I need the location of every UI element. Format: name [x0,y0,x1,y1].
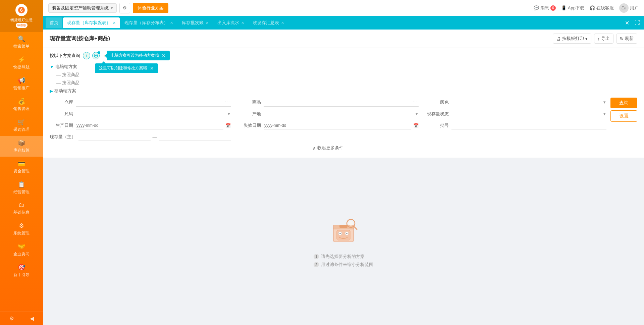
online-service-label: 在线客服 [596,5,614,11]
sidebar-item-system[interactable]: ⚙ 系统管理 [0,219,43,239]
calendar-icon[interactable]: 📅 [225,123,231,128]
system-selector[interactable]: 装备及固定资产辅助管理系统 ▾ [48,3,117,13]
sidebar-item-search[interactable]: 🔍 搜索菜单 [0,32,43,53]
product-filter-row: 商品 ··· [237,98,419,107]
notification-label: 消息 [540,5,549,11]
tab-close-icon[interactable]: ✕ [113,21,116,25]
close-all-tabs-button[interactable]: ✕ [624,18,631,28]
size-select[interactable]: ▾ [76,110,231,118]
production-date-filter-row: 生产日期 📅 [50,121,231,129]
color-select[interactable]: ▾ [451,98,606,106]
user-menu-button[interactable]: Ea 用户 [619,3,639,13]
sidebar-item-sales[interactable]: 💰 销售管理 [0,94,43,115]
main-content: 装备及固定资产辅助管理系统 ▾ ⚙ 体验行业方案 💬 消息 6 📱 App下载 … [43,0,644,325]
refresh-label: 刷新 [625,36,634,42]
sidebar-item-quick-nav[interactable]: ⚡ 快捷导航 [0,53,43,73]
origin-filter-row: 产地 ▾ [237,110,419,118]
tab-home[interactable]: 首页 [46,17,62,28]
filter-buttons: 查询 设置 [610,98,637,154]
refresh-button[interactable]: ↻ 刷新 [616,34,637,44]
tab-close-icon[interactable]: ✕ [206,21,209,25]
settings-gear-button[interactable]: ⚙ [119,3,130,13]
edit-scheme-button[interactable] [92,52,100,59]
online-service-button[interactable]: 🎧 在线客服 [590,5,614,11]
calendar-icon[interactable]: 📅 [413,123,419,128]
tab-receive-summary-label: 收发存汇总表 [253,20,279,26]
sidebar-item-finance[interactable]: 💳 资金管理 [0,157,43,177]
tab-inventory-status[interactable]: 现存量（库存状况表） ✕ [63,17,120,28]
color-filter-row: 颜色 ▾ [425,98,606,107]
mobile-scheme-label[interactable]: 移动端方案 [54,88,76,94]
notification-count: 6 [550,5,556,11]
settings-button[interactable]: ⚙ [9,315,14,322]
inventory-main-label: 现存量（主） [50,134,76,140]
tab-in-out-flow[interactable]: 出入库流水 ✕ [213,17,248,28]
scheme-item-text: 按照商品 [62,72,79,78]
pc-scheme-label[interactable]: 电脑端方案 [55,64,77,70]
collapse-more-button[interactable]: ∧ 收起更多条件 [50,142,606,154]
notification-button[interactable]: 💬 消息 6 [534,5,556,11]
list-item[interactable]: — 按照商品 [56,79,637,87]
search-icon: 🔍 [18,35,25,43]
sidebar-item-basic[interactable]: 🗂 基础信息 [0,198,43,219]
dots-icon: ··· [413,99,418,105]
filter-label: 按以下方案查询 [50,53,80,59]
tab-close-icon[interactable]: ✕ [170,21,173,25]
hint-text-1: 请先选择要分析的方案 [321,254,365,260]
origin-label: 产地 [237,111,261,117]
scheme-tooltip-close[interactable]: ✕ [162,53,166,58]
origin-select[interactable]: ▾ [264,110,419,118]
inventory-main-range: — [78,133,231,141]
industry-solution-button[interactable]: 体验行业方案 [133,3,168,13]
header-actions: 💬 消息 6 📱 App下载 🎧 在线客服 Ea 用户 [534,3,639,13]
export-icon: ↑ [598,36,600,41]
avatar-text: Ea [622,6,627,10]
chevron-down-icon: ▾ [416,111,418,116]
tab-inventory-dist[interactable]: 现存量（库存分布表） ✕ [120,17,177,28]
product-label: 商品 [237,99,261,105]
sidebar-item-enterprise[interactable]: 🤝 企业协同 [0,239,43,260]
tab-in-out-flow-label: 出入库流水 [217,20,239,26]
warehouse-select[interactable]: ··· [76,98,231,107]
product-select[interactable]: ··· [264,98,419,107]
tab-batch-account[interactable]: 库存批次账 ✕ [178,17,213,28]
maximize-button[interactable]: ⛶ [633,18,641,27]
sidebar: 6 畅捷通好生意 标准版 🔍 搜索菜单 ⚡ 快捷导航 📢 营销推广 💰 销售管理… [0,0,43,325]
sidebar-item-label: 基础信息 [13,210,30,215]
app-download-button[interactable]: 📱 App下载 [561,5,584,11]
edit-tooltip-close[interactable]: ✕ [150,66,154,71]
query-button[interactable]: 查询 [610,98,637,108]
template-print-button[interactable]: 🖨 按模板打印 ▾ [553,34,591,44]
tab-inventory-dist-label: 现存量（库存分布表） [124,20,168,26]
chevron-down-icon: ▾ [111,5,113,10]
tab-receive-summary[interactable]: 收发存汇总表 ✕ [249,17,288,28]
purchase-icon: 🛒 [18,118,25,126]
sidebar-item-marketing[interactable]: 📢 营销推广 [0,73,43,94]
inventory-main-max-input[interactable] [159,133,231,141]
tab-batch-account-label: 库存批次账 [182,20,204,26]
empty-illustration [327,213,360,247]
color-label: 颜色 [425,99,449,105]
sidebar-item-purchase[interactable]: 🛒 采购管理 [0,115,43,136]
filter-grid: 仓库 ··· 商品 ··· [50,98,606,141]
expiry-date-label: 失效日期 [237,122,261,128]
tab-home-label: 首页 [50,20,58,26]
production-date-start-input[interactable] [76,122,223,129]
inventory-main-min-input[interactable] [78,133,151,141]
svg-line-13 [354,226,357,229]
tab-close-icon[interactable]: ✕ [281,21,284,25]
sidebar-item-label: 库存核算 [13,148,30,153]
sidebar-item-operations[interactable]: 📋 经营管理 [0,177,43,198]
tab-close-icon[interactable]: ✕ [241,21,244,25]
add-scheme-button[interactable]: + [83,52,90,59]
batch-input[interactable] [451,121,606,129]
collapse-sidebar-button[interactable]: ◀ [30,315,34,322]
sidebar-item-guide[interactable]: 🎯 新手引导 [0,260,43,281]
sidebar-item-label: 搜索菜单 [13,44,30,49]
expiry-date-start-input[interactable] [264,122,411,129]
reset-button[interactable]: 设置 [610,110,637,122]
export-button[interactable]: ↑ 导出 [594,34,614,44]
sidebar-item-inventory[interactable]: 📦 库存核算 [0,136,43,157]
enterprise-icon: 🤝 [18,243,25,250]
inventory-status-select[interactable]: ▾ [451,110,606,118]
